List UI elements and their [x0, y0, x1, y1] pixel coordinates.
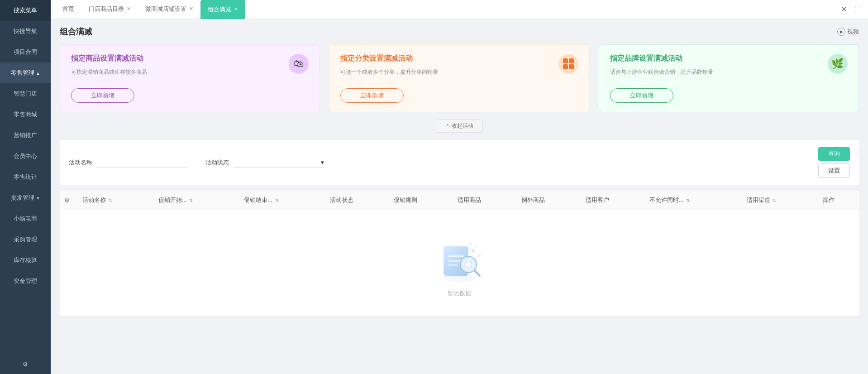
table-col-status: 活动状态	[325, 191, 389, 210]
tab-home[interactable]: 首页	[55, 0, 81, 19]
setting-button[interactable]: 设置	[818, 163, 850, 178]
sort-arrows-not-allow: ⇅	[686, 198, 690, 203]
sidebar-item-project-contract[interactable]: 项目合同	[0, 42, 51, 62]
query-button[interactable]: 查询	[818, 147, 850, 161]
table-col-settings[interactable]: ⚙	[60, 191, 78, 210]
svg-point-15	[476, 246, 478, 249]
chevron-down-icon: ▾	[321, 159, 324, 166]
activity-cards: 指定商品设置满减活动 🛍 可指定滞销商品或库存较多商品 立即新增 指定分类设置满…	[60, 44, 859, 112]
table-col-action: 操作	[818, 191, 859, 210]
sidebar-item-xiaochangec[interactable]: 小畅电商	[0, 208, 51, 229]
sort-arrows-start: ⇅	[189, 198, 193, 203]
tab-wechat-store[interactable]: 微商城店铺设置 ✕	[138, 0, 200, 19]
sidebar-item-smart-store[interactable]: 智慧门店	[0, 83, 51, 104]
product-card-add-button[interactable]: 立即新增	[71, 88, 134, 103]
collapse-activities-button[interactable]: ⌃ 收起活动	[436, 120, 483, 133]
sidebar-item-retail-mall[interactable]: 零售商城	[0, 104, 51, 125]
sidebar-item-member-center[interactable]: 会员中心	[0, 146, 51, 167]
sidebar-search[interactable]: 搜索菜单	[0, 0, 51, 21]
tab-store-catalog-close[interactable]: ✕	[127, 6, 131, 12]
window-close-button[interactable]: ✕	[838, 4, 849, 15]
svg-point-14	[471, 249, 475, 253]
data-table: ⚙ 活动名称 ⇅ 促销开始... ⇅ 促销结束... ⇅	[60, 191, 859, 316]
table-col-customer: 适用客户	[581, 191, 645, 210]
main-area: 首页 门店商品目录 ✕ 微商城店铺设置 ✕ 组合满减 ✕ ✕ ⛶ 组合满减 ▶ …	[51, 0, 868, 374]
category-card-add-button[interactable]: 立即新增	[340, 88, 404, 103]
table-col-end[interactable]: 促销结束... ⇅	[239, 191, 325, 210]
svg-point-17	[479, 254, 481, 256]
empty-state-row: 暂无数据	[60, 210, 859, 316]
table-col-except-goods: 例外商品	[517, 191, 581, 210]
empty-text: 暂无数据	[448, 289, 471, 297]
filter-status-select[interactable]: ▾	[234, 157, 324, 168]
svg-point-16	[469, 243, 472, 245]
sidebar: 搜索菜单 快捷导航 项目合同 零售管理 智慧门店 零售商城 营销推广 会员中心 …	[0, 0, 51, 374]
tab-combo-discount-close[interactable]: ✕	[234, 6, 238, 12]
tab-bar: 首页 门店商品目录 ✕ 微商城店铺设置 ✕ 组合满减 ✕ ✕ ⛶	[51, 0, 868, 19]
page-title: 组合满减	[60, 26, 92, 37]
filter-actions: 查询 设置	[818, 147, 850, 178]
svg-rect-3	[569, 64, 574, 69]
table-col-not-allow[interactable]: 不允许同时... ⇅	[645, 191, 742, 210]
sort-arrows-name: ⇅	[109, 198, 112, 203]
activity-card-product: 指定商品设置满减活动 🛍 可指定滞销商品或库存较多商品 立即新增	[60, 44, 320, 112]
play-icon: ▶	[837, 28, 845, 36]
sort-arrows-channel: ⇅	[773, 198, 776, 203]
activity-card-brand: 指定品牌设置满减活动 🌿 适合与上游企业联合做营销，提升品牌销量 立即新增	[599, 44, 859, 112]
filter-name-input[interactable]	[97, 157, 187, 168]
category-card-title: 指定分类设置满减活动	[340, 54, 578, 63]
page-content: 组合满减 ▶ 视频 指定商品设置满减活动 🛍 可指定滞销商品或库存较多商品 立即…	[51, 19, 868, 374]
filter-status-item: 活动状态 ▾	[205, 157, 324, 168]
activity-card-category: 指定分类设置满减活动 可选一个或者多个分类，提升分类的销量 立即新增	[329, 44, 589, 112]
sidebar-item-marketing[interactable]: 营销推广	[0, 125, 51, 146]
filter-name-item: 活动名称	[69, 157, 187, 168]
sort-arrows-end: ⇅	[275, 198, 279, 203]
sidebar-item-wholesale-mgmt[interactable]: 批发管理	[0, 187, 51, 208]
table-col-goods: 适用商品	[453, 191, 517, 210]
page-header: 组合满减 ▶ 视频	[60, 26, 859, 37]
svg-rect-2	[563, 64, 568, 69]
chevron-up-icon: ⌃	[445, 123, 450, 129]
brand-card-title: 指定品牌设置满减活动	[610, 54, 848, 63]
brand-card-desc: 适合与上游企业联合做营销，提升品牌销量	[610, 68, 848, 79]
collapse-bar: ⌃ 收起活动	[60, 120, 859, 133]
sidebar-item-inventory[interactable]: 库存核算	[0, 250, 51, 271]
table-col-start[interactable]: 促销开始... ⇅	[154, 191, 239, 210]
sidebar-item-quick-nav[interactable]: 快捷导航	[0, 21, 51, 42]
table-col-channel[interactable]: 适用渠道 ⇅	[742, 191, 818, 210]
table-col-rule: 促销规则	[389, 191, 453, 210]
svg-rect-1	[569, 58, 574, 63]
svg-rect-9	[448, 264, 458, 266]
svg-rect-0	[563, 58, 568, 63]
brand-card-icon: 🌿	[828, 54, 848, 74]
svg-rect-7	[448, 255, 464, 257]
filter-bar: 活动名称 活动状态 ▾ 查询 设置	[60, 140, 859, 185]
video-link[interactable]: ▶ 视频	[837, 28, 859, 36]
data-table-container: ⚙ 活动名称 ⇅ 促销开始... ⇅ 促销结束... ⇅	[60, 191, 859, 316]
tab-bar-controls: ✕ ⛶	[838, 4, 863, 15]
table-header-row: ⚙ 活动名称 ⇅ 促销开始... ⇅ 促销结束... ⇅	[60, 191, 859, 210]
tab-store-catalog[interactable]: 门店商品目录 ✕	[81, 0, 138, 19]
category-card-desc: 可选一个或者多个分类，提升分类的销量	[340, 68, 578, 79]
brand-card-add-button[interactable]: 立即新增	[610, 88, 673, 103]
category-card-icon	[558, 54, 578, 74]
filter-status-label: 活动状态	[205, 158, 229, 167]
filter-name-label: 活动名称	[69, 158, 92, 167]
svg-line-12	[474, 270, 480, 276]
product-card-icon: 🛍	[289, 54, 309, 74]
sidebar-item-fund-mgmt[interactable]: 资金管理	[0, 271, 51, 292]
empty-illustration	[432, 237, 486, 284]
tab-wechat-store-close[interactable]: ✕	[189, 6, 193, 12]
sidebar-item-retail-stats[interactable]: 零售统计	[0, 167, 51, 187]
window-maximize-button[interactable]: ⛶	[853, 4, 863, 15]
sidebar-settings-button[interactable]: ⚙	[0, 355, 51, 374]
tab-combo-discount[interactable]: 组合满减 ✕	[200, 0, 245, 19]
svg-rect-8	[448, 260, 461, 262]
product-card-desc: 可指定滞销商品或库存较多商品	[71, 68, 309, 79]
empty-state: 暂无数据	[60, 210, 859, 316]
table-col-name[interactable]: 活动名称 ⇅	[78, 191, 154, 210]
sidebar-item-retail-management[interactable]: 零售管理	[0, 62, 51, 83]
sidebar-item-purchase-mgmt[interactable]: 采购管理	[0, 229, 51, 250]
gear-icon: ⚙	[23, 361, 28, 368]
product-card-title: 指定商品设置满减活动	[71, 54, 309, 63]
